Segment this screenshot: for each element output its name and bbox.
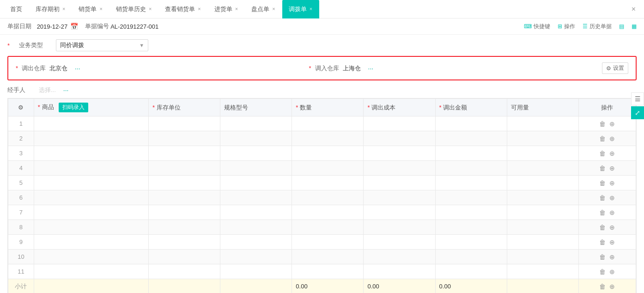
sidebar-expand-button[interactable]: ⤢ — [631, 106, 644, 119]
cell-available[interactable] — [507, 161, 578, 176]
delete-icon[interactable]: 🗑 — [599, 150, 606, 157]
cell-available[interactable] — [507, 131, 578, 146]
cell-product[interactable] — [34, 161, 148, 176]
cell-spec[interactable] — [220, 250, 292, 264]
cell-amount[interactable] — [435, 161, 507, 176]
cell-product[interactable] — [34, 190, 148, 205]
cell-available[interactable] — [507, 176, 578, 190]
business-type-select[interactable]: 同价调拨 ▼ — [56, 39, 148, 51]
cell-cost[interactable] — [364, 264, 435, 279]
cell-cost[interactable] — [364, 176, 435, 190]
cell-cost[interactable] — [364, 190, 435, 205]
copy-icon[interactable]: ⊕ — [609, 268, 615, 275]
tab-close-view-sales[interactable]: × — [198, 6, 200, 12]
delete-icon[interactable]: 🗑 — [599, 120, 606, 128]
copy-icon[interactable]: ⊕ — [609, 253, 615, 261]
cell-qty[interactable] — [292, 250, 364, 264]
subtotal-delete-icon[interactable]: 🗑 — [599, 283, 606, 290]
delete-icon[interactable]: 🗑 — [599, 194, 606, 201]
cell-unit[interactable] — [149, 131, 220, 146]
cell-spec[interactable] — [220, 235, 292, 250]
cell-product[interactable] — [34, 264, 148, 279]
delete-icon[interactable]: 🗑 — [599, 165, 606, 172]
cell-qty[interactable] — [292, 131, 364, 146]
copy-icon[interactable]: ⊕ — [609, 209, 615, 216]
tab-inventory-init[interactable]: 库存期初 × — [29, 0, 72, 18]
delete-icon[interactable]: 🗑 — [599, 179, 606, 187]
cell-qty[interactable] — [292, 220, 364, 235]
cell-product[interactable] — [34, 235, 148, 250]
tab-close-stocktake[interactable]: × — [272, 6, 275, 12]
gear-col-header[interactable]: ⚙ — [8, 99, 34, 116]
scan-button[interactable]: 扫码录入 — [59, 103, 88, 112]
window-close-button[interactable]: × — [627, 5, 640, 13]
delete-icon[interactable]: 🗑 — [599, 135, 606, 142]
cell-spec[interactable] — [220, 205, 292, 220]
delete-icon[interactable]: 🗑 — [599, 253, 606, 261]
cell-amount[interactable] — [435, 250, 507, 264]
cell-available[interactable] — [507, 250, 578, 264]
tab-stocktake[interactable]: 盘点单 × — [245, 0, 282, 18]
tab-purchase-order[interactable]: 进货单 × — [208, 0, 245, 18]
tab-view-sales[interactable]: 查看销货单 × — [158, 0, 207, 18]
cell-qty[interactable] — [292, 161, 364, 176]
cell-unit[interactable] — [149, 250, 220, 264]
cell-qty[interactable] — [292, 264, 364, 279]
cell-amount[interactable] — [435, 264, 507, 279]
handler-placeholder[interactable]: 选择... — [39, 86, 56, 94]
handler-more-btn[interactable]: ··· — [63, 86, 69, 94]
cell-unit[interactable] — [149, 161, 220, 176]
cell-spec[interactable] — [220, 116, 292, 131]
operation-action[interactable]: ⊞ 操作 — [558, 23, 575, 31]
cell-unit[interactable] — [149, 176, 220, 190]
cell-spec[interactable] — [220, 220, 292, 235]
cell-cost[interactable] — [364, 131, 435, 146]
tab-close-inventory-init[interactable]: × — [62, 6, 65, 12]
cell-qty[interactable] — [292, 146, 364, 161]
cell-cost[interactable] — [364, 205, 435, 220]
sidebar-list-button[interactable]: ☰ — [631, 92, 644, 105]
cell-cost[interactable] — [364, 116, 435, 131]
copy-icon[interactable]: ⊕ — [609, 150, 615, 157]
cell-cost[interactable] — [364, 220, 435, 235]
layout2-action[interactable]: ▦ — [632, 23, 637, 30]
copy-icon[interactable]: ⊕ — [609, 165, 615, 172]
cell-unit[interactable] — [149, 146, 220, 161]
cell-amount[interactable] — [435, 205, 507, 220]
history-action[interactable]: ☰ 历史单据 — [583, 23, 612, 31]
cell-spec[interactable] — [220, 131, 292, 146]
copy-icon[interactable]: ⊕ — [609, 179, 615, 187]
tab-close-sales-history[interactable]: × — [149, 6, 152, 12]
copy-icon[interactable]: ⊕ — [609, 224, 615, 231]
copy-icon[interactable]: ⊕ — [609, 194, 615, 201]
layout1-action[interactable]: ▤ — [619, 23, 624, 30]
cell-available[interactable] — [507, 116, 578, 131]
cell-available[interactable] — [507, 264, 578, 279]
setting-button[interactable]: ⚙ 设置 — [602, 62, 628, 74]
tab-home[interactable]: 首页 — [4, 0, 29, 18]
tab-sales-order[interactable]: 销货单 × — [72, 0, 109, 18]
cell-cost[interactable] — [364, 161, 435, 176]
cell-spec[interactable] — [220, 161, 292, 176]
copy-icon[interactable]: ⊕ — [609, 238, 615, 246]
cell-unit[interactable] — [149, 235, 220, 250]
delete-icon[interactable]: 🗑 — [599, 224, 606, 231]
delete-icon[interactable]: 🗑 — [599, 268, 606, 275]
tab-sales-history[interactable]: 销货单历史 × — [109, 0, 158, 18]
cell-cost[interactable] — [364, 250, 435, 264]
cell-amount[interactable] — [435, 235, 507, 250]
cell-available[interactable] — [507, 220, 578, 235]
cell-unit[interactable] — [149, 205, 220, 220]
cell-spec[interactable] — [220, 190, 292, 205]
tab-close-purchase-order[interactable]: × — [235, 6, 238, 12]
cell-qty[interactable] — [292, 190, 364, 205]
cell-product[interactable] — [34, 116, 148, 131]
cell-cost[interactable] — [364, 146, 435, 161]
cell-product[interactable] — [34, 176, 148, 190]
shortcut-action[interactable]: ⌨ 快捷键 — [524, 23, 550, 31]
cell-spec[interactable] — [220, 176, 292, 190]
cell-amount[interactable] — [435, 176, 507, 190]
cell-available[interactable] — [507, 205, 578, 220]
cell-unit[interactable] — [149, 116, 220, 131]
tab-close-sales-order[interactable]: × — [99, 6, 102, 12]
